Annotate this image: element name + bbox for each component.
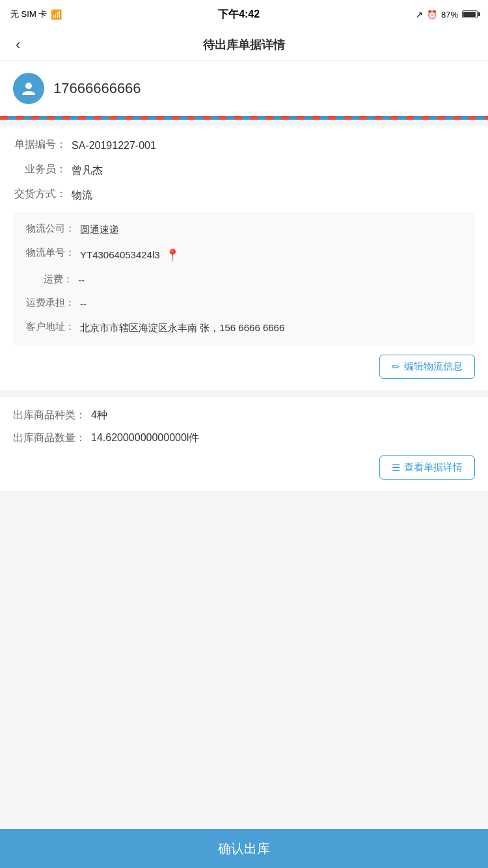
logistics-company-row: 物流公司： 圆通速递 (26, 223, 462, 237)
view-detail-label: 查看单据详情 (404, 461, 463, 474)
logistics-freightbear-label: 运费承担： (26, 297, 80, 309)
edit-icon: ✏ (392, 361, 400, 373)
delivery-value: 物流 (72, 187, 475, 203)
confirm-button-label: 确认出库 (218, 840, 270, 858)
battery-icon (462, 10, 478, 18)
edit-logistics-label: 编辑物流信息 (404, 360, 463, 373)
page-title: 待出库单据详情 (203, 37, 285, 53)
logistics-freight-value: -- (78, 273, 462, 288)
logistics-freight-label: 运费： (26, 273, 78, 286)
wifi-icon: 📶 (51, 9, 62, 20)
bottom-space (0, 491, 488, 595)
goods-types-label: 出库商品种类： (13, 409, 91, 422)
salesman-label: 业务员： (13, 163, 72, 176)
document-info-section: 单据编号： SA-20191227-001 业务员： 曾凡杰 交货方式： 物流 … (0, 126, 488, 390)
back-button[interactable]: ‹ (10, 31, 25, 59)
edit-btn-row: ✏ 编辑物流信息 (13, 355, 475, 379)
logistics-freightbear-value: -- (80, 297, 462, 312)
user-avatar-icon (20, 79, 38, 98)
logistics-address-label: 客户地址： (26, 321, 80, 333)
goods-section: 出库商品种类： 4种 出库商品数量： 14.62000000000000l件 ☰… (0, 397, 488, 491)
goods-quantity-label: 出库商品数量： (13, 431, 91, 445)
logistics-card: 物流公司： 圆通速递 物流单号： YT43064053424l3 📍 运费： -… (13, 212, 475, 346)
logistics-company-label: 物流公司： (26, 223, 80, 235)
customer-header: 17666666666 (0, 61, 488, 116)
location-status-icon: ↗ (416, 10, 423, 20)
tracking-location-icon[interactable]: 📍 (165, 247, 180, 264)
delivery-row: 交货方式： 物流 (13, 187, 475, 203)
salesman-value: 曾凡杰 (72, 163, 475, 178)
document-number-row: 单据编号： SA-20191227-001 (13, 138, 475, 154)
view-detail-button[interactable]: ☰ 查看单据详情 (379, 455, 475, 480)
goods-quantity-value: 14.62000000000000l件 (91, 431, 199, 445)
customer-phone: 17666666666 (53, 80, 141, 97)
dashed-divider (0, 116, 488, 120)
logistics-freight-row: 运费： -- (26, 273, 462, 288)
salesman-row: 业务员： 曾凡杰 (13, 163, 475, 178)
logistics-address-row: 客户地址： 北京市市辖区海淀区永丰南 张，156 6666 6666 (26, 321, 462, 336)
logistics-tracking-label: 物流单号： (26, 247, 80, 259)
view-detail-icon: ☰ (392, 462, 400, 474)
goods-quantity-row: 出库商品数量： 14.62000000000000l件 (13, 431, 475, 445)
edit-logistics-button[interactable]: ✏ 编辑物流信息 (379, 355, 475, 379)
logistics-tracking-value: YT43064053424l3 📍 (80, 247, 462, 264)
logistics-address-value: 北京市市辖区海淀区永丰南 张，156 6666 6666 (80, 321, 462, 336)
alarm-icon: ⏰ (427, 10, 437, 20)
avatar (13, 73, 44, 104)
delivery-label: 交货方式： (13, 187, 72, 201)
status-time: 下午4:42 (218, 8, 260, 21)
svg-point-0 (25, 83, 32, 89)
logistics-company-value: 圆通速递 (80, 223, 462, 237)
status-right: ↗ ⏰ 87% (416, 10, 478, 20)
logistics-tracking-row: 物流单号： YT43064053424l3 📍 (26, 247, 462, 264)
status-left: 无 SIM 卡 📶 (10, 8, 62, 20)
confirm-bar[interactable]: 确认出库 (0, 829, 488, 868)
battery-percent: 87% (441, 10, 458, 20)
view-btn-row: ☰ 查看单据详情 (13, 455, 475, 480)
status-bar: 无 SIM 卡 📶 下午4:42 ↗ ⏰ 87% (0, 0, 488, 29)
document-number-value: SA-20191227-001 (72, 138, 475, 154)
goods-types-row: 出库商品种类： 4种 (13, 409, 475, 422)
document-number-label: 单据编号： (13, 138, 72, 152)
nav-bar: ‹ 待出库单据详情 (0, 29, 488, 61)
sim-text: 无 SIM 卡 (10, 8, 47, 20)
logistics-freightbear-row: 运费承担： -- (26, 297, 462, 312)
goods-types-value: 4种 (91, 409, 107, 422)
